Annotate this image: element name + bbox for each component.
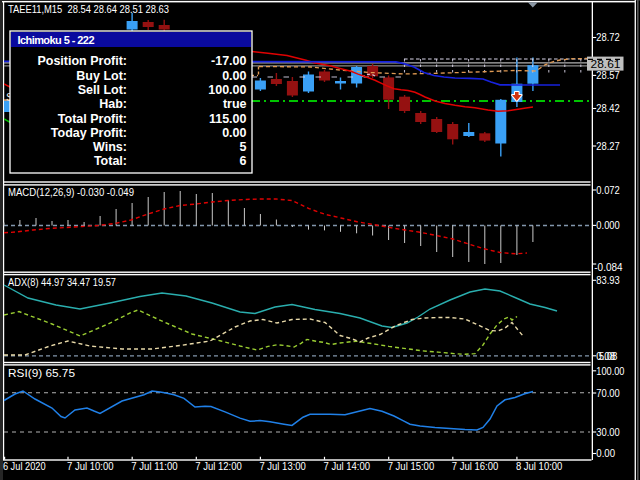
svg-text:0.072: 0.072 [596, 184, 620, 196]
svg-text:28.27: 28.27 [596, 140, 620, 152]
svg-text:8 Jul 10:00: 8 Jul 10:00 [516, 460, 563, 472]
svg-text:83.93: 83.93 [596, 274, 620, 286]
svg-text:Hab:: Hab: [99, 97, 127, 111]
svg-text:RSI(9) 65.75: RSI(9) 65.75 [8, 367, 75, 379]
svg-text:Sell Lot:: Sell Lot: [78, 83, 127, 97]
svg-text:0.000: 0.000 [596, 219, 620, 231]
svg-text:100.00: 100.00 [208, 83, 246, 97]
svg-text:28.42: 28.42 [596, 102, 620, 114]
svg-text:7 Jul 10:00: 7 Jul 10:00 [67, 460, 114, 472]
svg-text:0.00: 0.00 [596, 447, 615, 459]
svg-text:0.00: 0.00 [222, 126, 246, 140]
svg-text:7 Jul 11:00: 7 Jul 11:00 [131, 460, 178, 472]
svg-text:-0.084: -0.084 [594, 261, 622, 273]
svg-text:0.00: 0.00 [222, 69, 246, 83]
svg-text:TAEE11,M15 28.54 28.64 28.51: TAEE11,M15 28.54 28.64 28.51 28.63 [8, 3, 169, 15]
svg-text:5: 5 [240, 140, 247, 154]
svg-text:7 Jul 16:00: 7 Jul 16:00 [452, 460, 499, 472]
svg-text:7 Jul 13:00: 7 Jul 13:00 [259, 460, 306, 472]
svg-text:70.00: 70.00 [596, 387, 620, 399]
svg-text:30.00: 30.00 [596, 426, 620, 438]
svg-text:115.00: 115.00 [209, 112, 247, 126]
svg-text:Wins:: Wins: [93, 140, 127, 154]
svg-text:7 Jul 14:00: 7 Jul 14:00 [324, 460, 371, 472]
svg-text:Today Profit:: Today Profit: [51, 126, 127, 140]
svg-text:ADX(8) 44.97 34.47 19.57: ADX(8) 44.97 34.47 19.57 [8, 276, 116, 288]
svg-text:28.72: 28.72 [596, 31, 620, 43]
svg-text:Total Profit:: Total Profit: [58, 112, 127, 126]
svg-text:5.08: 5.08 [599, 350, 618, 362]
svg-text:28.57: 28.57 [596, 69, 620, 81]
svg-text:100.00: 100.00 [596, 365, 624, 377]
svg-text:true: true [223, 97, 247, 111]
svg-text:Total:: Total: [94, 154, 127, 168]
svg-text:7 Jul 12:00: 7 Jul 12:00 [195, 460, 242, 472]
svg-text:Ichimoku 5 - 222: Ichimoku 5 - 222 [18, 34, 95, 46]
svg-text:Buy Lot:: Buy Lot: [76, 69, 127, 83]
svg-text:MACD(12,26,9) -0.030 -0.049: MACD(12,26,9) -0.030 -0.049 [8, 186, 134, 198]
svg-text:Position Profit:: Position Profit: [37, 54, 127, 68]
svg-text:-17.00: -17.00 [211, 54, 246, 68]
svg-text:7 Jul 15:00: 7 Jul 15:00 [388, 460, 435, 472]
svg-text:6: 6 [240, 154, 247, 168]
svg-text:6 Jul 2020: 6 Jul 2020 [3, 460, 46, 472]
